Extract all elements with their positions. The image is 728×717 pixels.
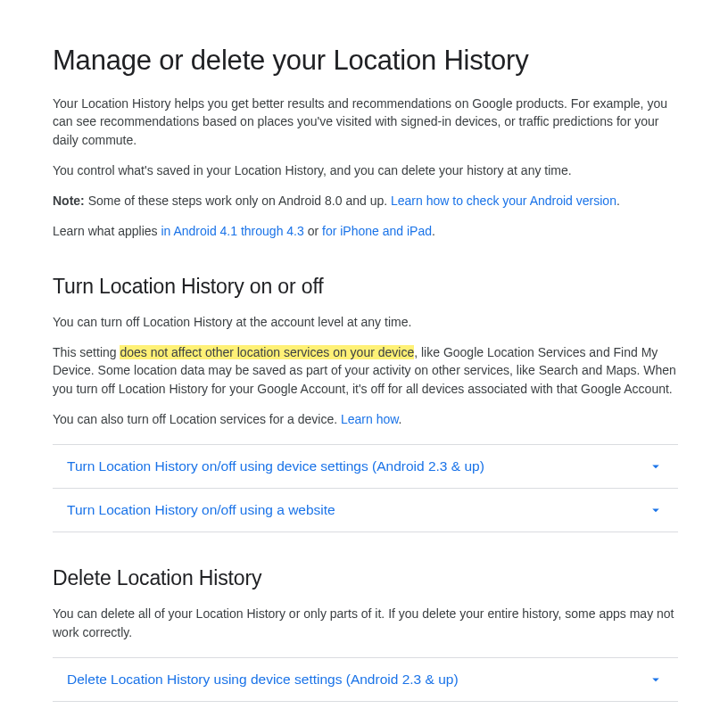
android-version-link[interactable]: Learn how to check your Android version: [391, 194, 616, 208]
intro-paragraph-1: Your Location History helps you get bett…: [53, 95, 678, 149]
learn-how-link[interactable]: Learn how: [341, 412, 399, 426]
accordion-turn-device-settings[interactable]: Turn Location History on/off using devic…: [53, 445, 678, 489]
learn-mid: or: [304, 224, 322, 238]
turn-p3: You can also turn off Location services …: [53, 410, 678, 428]
turn-heading: Turn Location History on or off: [53, 275, 678, 299]
page-title: Manage or delete your Location History: [53, 45, 678, 77]
chevron-down-icon: [648, 502, 664, 518]
chevron-down-icon: [648, 458, 664, 474]
learn-pre: Learn what applies: [53, 224, 161, 238]
accordion-delete-device-settings[interactable]: Delete Location History using device set…: [53, 658, 678, 702]
turn-p2-pre: This setting: [53, 345, 120, 359]
accordion-delete-website[interactable]: Delete Location History using a website: [53, 702, 678, 717]
learn-after: .: [432, 224, 435, 238]
android-41-43-link[interactable]: in Android 4.1 through 4.3: [161, 224, 303, 238]
delete-accordion-group: Delete Location History using device set…: [53, 657, 678, 717]
turn-p2-highlight: does not affect other location services …: [120, 345, 414, 359]
intro-learn: Learn what applies in Android 4.1 throug…: [53, 222, 678, 240]
accordion-title: Turn Location History on/off using a web…: [67, 502, 335, 518]
intro-note: Note: Some of these steps work only on A…: [53, 192, 678, 210]
accordion-title: Turn Location History on/off using devic…: [67, 458, 484, 474]
accordion-turn-website[interactable]: Turn Location History on/off using a web…: [53, 489, 678, 532]
turn-p2: This setting does not affect other locat…: [53, 343, 678, 398]
turn-p1: You can turn off Location History at the…: [53, 313, 678, 331]
note-text: Some of these steps work only on Android…: [85, 194, 391, 208]
note-label: Note:: [53, 194, 85, 208]
iphone-ipad-link[interactable]: for iPhone and iPad: [322, 224, 432, 238]
intro-paragraph-2: You control what's saved in your Locatio…: [53, 161, 678, 179]
delete-p1: You can delete all of your Location Hist…: [53, 605, 678, 641]
note-after: .: [616, 194, 620, 208]
chevron-down-icon: [648, 672, 664, 688]
turn-accordion-group: Turn Location History on/off using devic…: [53, 444, 678, 532]
delete-heading: Delete Location History: [53, 566, 678, 590]
turn-p3-pre: You can also turn off Location services …: [53, 412, 341, 426]
turn-p3-after: .: [399, 412, 402, 426]
accordion-title: Delete Location History using device set…: [67, 672, 459, 688]
